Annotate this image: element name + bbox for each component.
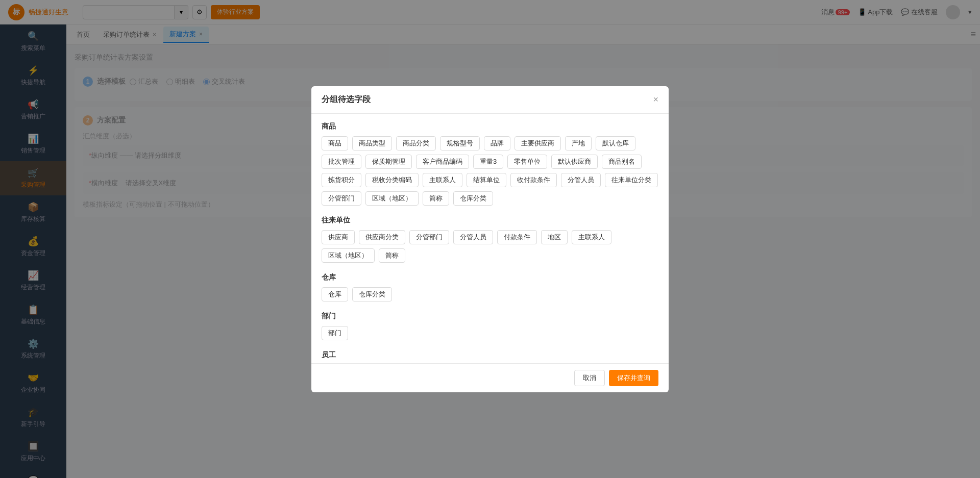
field-tag-batch-mgmt[interactable]: 批次管理: [322, 155, 361, 169]
field-tag-abbr-partner[interactable]: 简称: [379, 248, 405, 263]
section-department-title: 部门: [322, 312, 658, 321]
field-tag-main-supplier[interactable]: 主要供应商: [514, 136, 561, 150]
section-product-title: 商品: [322, 122, 658, 131]
section-employee: 员工 业务员: [322, 350, 658, 363]
field-tag-settle-unit[interactable]: 结算单位: [467, 173, 506, 187]
field-tag-origin[interactable]: 产地: [565, 136, 592, 150]
partner-field-tags: 供应商 供应商分类 分管部门 分管人员 付款条件 地区 主联系人 区域（地区） …: [322, 230, 658, 263]
field-tag-weight[interactable]: 重量3: [473, 155, 503, 169]
field-tag-brand[interactable]: 品牌: [484, 136, 510, 150]
field-tag-main-contact-partner[interactable]: 主联系人: [572, 230, 611, 244]
field-tag-expiry-mgmt[interactable]: 保质期管理: [365, 155, 412, 169]
field-tag-supervisor[interactable]: 分管人员: [561, 173, 601, 187]
product-field-tags: 商品 商品类型 商品分类 规格型号 品牌 主要供应商 产地 默认仓库 批次管理 …: [322, 136, 658, 206]
field-tag-partner-category[interactable]: 往来单位分类: [605, 173, 658, 187]
modal-close-button[interactable]: ×: [653, 94, 658, 105]
field-tag-manage-person[interactable]: 分管人员: [453, 230, 493, 244]
section-partner: 往来单位 供应商 供应商分类 分管部门 分管人员 付款条件 地区 主联系人 区域…: [322, 216, 658, 263]
modal: 分组待选字段 × 商品 商品 商品类型 商品分类 规格型号 品牌 主要供应商 产…: [311, 86, 669, 392]
field-tag-region-product[interactable]: 区域（地区）: [365, 191, 419, 206]
field-tag-supplier[interactable]: 供应商: [322, 230, 355, 244]
field-tag-tax-code[interactable]: 税收分类编码: [365, 173, 419, 187]
field-tag-department[interactable]: 部门: [322, 326, 348, 340]
field-tag-payment-terms[interactable]: 收付款条件: [510, 173, 557, 187]
field-tag-default-supplier[interactable]: 默认供应商: [551, 155, 598, 169]
field-tag-abbr-product[interactable]: 简称: [423, 191, 449, 206]
field-tag-pay-terms[interactable]: 付款条件: [497, 230, 537, 244]
field-tag-retail-unit[interactable]: 零售单位: [507, 155, 547, 169]
field-tag-warehouse-cat[interactable]: 仓库分类: [352, 287, 392, 301]
field-tag-product-type[interactable]: 商品类型: [352, 136, 392, 150]
warehouse-field-tags: 仓库 仓库分类: [322, 287, 658, 301]
section-employee-title: 员工: [322, 350, 658, 360]
field-tag-supplier-category[interactable]: 供应商分类: [359, 230, 405, 244]
field-tag-pick-score[interactable]: 拣货积分: [322, 173, 361, 187]
field-tag-region[interactable]: 地区: [541, 230, 568, 244]
field-tag-main-contact[interactable]: 主联系人: [423, 173, 462, 187]
section-department: 部门 部门: [322, 312, 658, 340]
field-tag-spec-model[interactable]: 规格型号: [440, 136, 480, 150]
modal-title: 分组待选字段: [322, 94, 371, 105]
section-warehouse-title: 仓库: [322, 273, 658, 282]
section-product: 商品 商品 商品类型 商品分类 规格型号 品牌 主要供应商 产地 默认仓库 批次…: [322, 122, 658, 206]
modal-header: 分组待选字段 ×: [311, 86, 669, 114]
section-partner-title: 往来单位: [322, 216, 658, 225]
modal-body[interactable]: 商品 商品 商品类型 商品分类 规格型号 品牌 主要供应商 产地 默认仓库 批次…: [311, 114, 669, 363]
modal-overlay: 分组待选字段 × 商品 商品 商品类型 商品分类 规格型号 品牌 主要供应商 产…: [0, 0, 980, 478]
field-tag-default-warehouse[interactable]: 默认仓库: [596, 136, 635, 150]
field-tag-alias[interactable]: 商品别名: [602, 155, 642, 169]
section-warehouse: 仓库 仓库 仓库分类: [322, 273, 658, 301]
field-tag-dept[interactable]: 分管部门: [322, 191, 361, 206]
confirm-button[interactable]: 保存并查询: [609, 370, 658, 386]
field-tag-warehouse-category[interactable]: 仓库分类: [453, 191, 493, 206]
modal-footer: 取消 保存并查询: [311, 363, 669, 392]
field-tag-warehouse[interactable]: 仓库: [322, 287, 348, 301]
department-field-tags: 部门: [322, 326, 658, 340]
field-tag-product-category[interactable]: 商品分类: [396, 136, 436, 150]
field-tag-product[interactable]: 商品: [322, 136, 348, 150]
field-tag-customer-code[interactable]: 客户商品编码: [416, 155, 469, 169]
field-tag-manage-dept[interactable]: 分管部门: [409, 230, 449, 244]
cancel-button[interactable]: 取消: [574, 370, 605, 386]
field-tag-region-partner[interactable]: 区域（地区）: [322, 248, 375, 263]
